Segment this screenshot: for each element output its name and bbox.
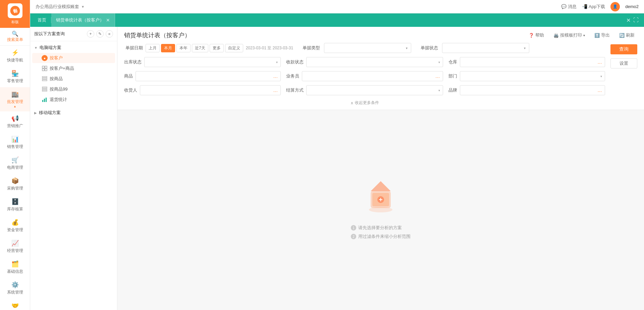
query-btn[interactable]: 查询 bbox=[610, 44, 637, 54]
sidebar-item-shortcut[interactable]: ⚡ 快捷导航 bbox=[0, 46, 30, 66]
refresh-btn[interactable]: 🔄 刷新 bbox=[616, 31, 637, 40]
tab-close-btn[interactable]: ✕ bbox=[106, 17, 110, 23]
tip-num-1: 1 bbox=[351, 225, 356, 230]
scheme-item-by-product[interactable]: 按商品 bbox=[32, 74, 115, 84]
page-title-row: 销货单统计表（按客户） ❓ 帮助 🖨️ 按模板打印 ▾ ⬆️ bbox=[124, 31, 637, 40]
empty-tip-1: 1 请先选择要分析的方案 bbox=[351, 225, 411, 231]
filter-row-4: 收货人 … 结算方式 ▾ bbox=[124, 85, 605, 95]
filter-receipt-status: 收款状态 ▾ bbox=[286, 57, 443, 67]
window-close-btn[interactable]: ✕ bbox=[626, 17, 631, 23]
header-dropdown-btn[interactable]: ▾ bbox=[82, 4, 84, 9]
sidebar-item-ecommerce[interactable]: 🛒 电商管理 bbox=[0, 153, 30, 174]
print-btn[interactable]: 🖨️ 按模板打印 ▾ bbox=[551, 31, 588, 40]
collapse-arrow-icon: ∧ bbox=[351, 101, 354, 105]
sidebar-item-enterprise[interactable]: 🤝 企业协同 bbox=[0, 299, 30, 310]
date-this-month-btn[interactable]: 本月 bbox=[161, 44, 175, 52]
filter-row-3: 商品 … 业务员 … bbox=[124, 71, 605, 81]
scheme-group-pc-header[interactable]: ▼ 电脑端方案 bbox=[30, 43, 117, 53]
scheme-item-by-customer[interactable]: ● 按客户 bbox=[32, 53, 115, 63]
wholesale-icon: 🏬 bbox=[11, 91, 19, 98]
doc-status-select[interactable]: ▾ bbox=[442, 43, 529, 53]
date-custom-btn[interactable]: 自定义 bbox=[225, 44, 243, 52]
sidebar-item-sales[interactable]: 📊 销售管理 bbox=[0, 132, 30, 153]
sidebar-item-wholesale[interactable]: 🏬 批发管理 ▲ bbox=[0, 87, 30, 111]
svg-rect-4 bbox=[42, 69, 44, 71]
mobile-group-arrow: ▶ bbox=[34, 111, 37, 115]
sidebar-item-marketing[interactable]: 📢 营销推广 bbox=[0, 111, 30, 132]
collapse-filter-btn[interactable]: ∧ 收起更多条件 bbox=[124, 98, 605, 110]
date-last-7days-btn[interactable]: 近7天 bbox=[192, 44, 208, 52]
department-select[interactable]: ▾ bbox=[460, 71, 605, 81]
tab-sales-stat[interactable]: 销货单统计表（按客户） ✕ bbox=[51, 13, 115, 27]
scheme-item-by-product-99[interactable]: 按商品99 bbox=[32, 84, 115, 94]
receipt-status-select[interactable]: ▾ bbox=[306, 57, 443, 67]
edit-scheme-btn[interactable]: ✎ bbox=[96, 30, 104, 38]
sidebar-item-inventory[interactable]: 🗄️ 库存核算 bbox=[0, 195, 30, 215]
scheme-icon-by-product-99 bbox=[42, 86, 48, 92]
refresh-icon: 🔄 bbox=[619, 33, 625, 38]
payment-select[interactable]: ▾ bbox=[306, 85, 443, 95]
page-header: 销货单统计表（按客户） ❓ 帮助 🖨️ 按模板打印 ▾ ⬆️ bbox=[117, 27, 644, 110]
warehouse-ellipsis-icon: … bbox=[597, 59, 602, 65]
content: 按以下方案查询 + ✎ « ▼ 电脑端方案 ● 按客户 bbox=[30, 27, 644, 310]
search-menu-btn[interactable]: 🔍 搜索菜单 bbox=[0, 28, 30, 46]
scheme-icon-by-customer: ● bbox=[42, 55, 48, 61]
collapse-panel-btn[interactable]: « bbox=[106, 30, 113, 38]
top-header: 办公用品行业模拟账套 ▾ 💬 消息 📲 App下载 👤 demo2 bbox=[30, 0, 644, 13]
sidebar-nav: 🏪 零售管理 🏬 批发管理 ▲ 📢 营销推广 📊 销售管理 🛒 电商管理 📦 采… bbox=[0, 66, 30, 310]
messages-btn[interactable]: 💬 消息 bbox=[561, 4, 577, 10]
filter-warehouse: 仓库 … bbox=[448, 57, 605, 67]
query-actions: 查询 设置 bbox=[610, 43, 637, 68]
print-icon: 🖨️ bbox=[553, 33, 559, 38]
scheme-group-mobile: ▶ 移动端方案 bbox=[30, 106, 117, 119]
out-status-select[interactable]: ▾ bbox=[144, 57, 281, 67]
empty-state: 1 请先选择要分析的方案 2 用过滤条件来缩小分析范围 bbox=[117, 110, 644, 310]
help-btn[interactable]: ❓ 帮助 bbox=[526, 31, 547, 40]
sidebar-logo[interactable]: 畅 标版 bbox=[0, 0, 30, 28]
consignee-ellipsis-icon: … bbox=[273, 88, 278, 93]
sidebar-item-purchase[interactable]: 📦 采购管理 bbox=[0, 174, 30, 195]
department-arrow-icon: ▾ bbox=[600, 74, 602, 78]
brand-select[interactable]: … bbox=[460, 85, 605, 95]
date-last-month-btn[interactable]: 上月 bbox=[146, 44, 160, 52]
svg-rect-10 bbox=[42, 89, 47, 90]
user-avatar[interactable]: 👤 bbox=[610, 2, 620, 11]
department-label: 部门 bbox=[448, 73, 457, 79]
product-select[interactable]: … bbox=[136, 71, 281, 81]
sidebar: 畅 标版 🔍 搜索菜单 ⚡ 快捷导航 🏪 零售管理 🏬 批发管理 ▲ 📢 营销推… bbox=[0, 0, 30, 310]
svg-rect-7 bbox=[42, 78, 47, 79]
warehouse-select[interactable]: … bbox=[460, 57, 605, 67]
scheme-item-return-stat[interactable]: 退货统计 bbox=[32, 95, 115, 105]
sidebar-item-basic[interactable]: 🗂️ 基础信息 bbox=[0, 257, 30, 278]
sidebar-item-system[interactable]: ⚙️ 系统管理 bbox=[0, 278, 30, 299]
sidebar-item-finance[interactable]: 💰 资金管理 bbox=[0, 215, 30, 236]
salesperson-select[interactable]: … bbox=[302, 71, 443, 81]
filter-department: 部门 ▾ bbox=[448, 71, 605, 81]
add-scheme-btn[interactable]: + bbox=[87, 30, 94, 38]
filter-row-2: 出库状态 ▾ 收款状态 ▾ bbox=[124, 57, 605, 67]
page-actions: ❓ 帮助 🖨️ 按模板打印 ▾ ⬆️ 导出 � bbox=[526, 31, 637, 40]
doc-type-select[interactable]: ▾ bbox=[324, 43, 411, 53]
payment-label: 结算方式 bbox=[286, 87, 304, 93]
date-this-year-btn[interactable]: 本年 bbox=[176, 44, 191, 52]
sidebar-item-retail[interactable]: 🏪 零售管理 bbox=[0, 66, 30, 87]
consignee-select[interactable]: … bbox=[140, 85, 281, 95]
sidebar-item-operation[interactable]: 📈 经营管理 bbox=[0, 236, 30, 257]
out-status-label: 出库状态 bbox=[124, 59, 142, 65]
main-area: 办公用品行业模拟账套 ▾ 💬 消息 📲 App下载 👤 demo2 首页 销货单… bbox=[30, 0, 644, 310]
doc-status-arrow-icon: ▾ bbox=[524, 46, 526, 50]
date-more-btn[interactable]: 更多 bbox=[210, 44, 224, 52]
shortcut-icon: ⚡ bbox=[11, 49, 19, 56]
brand-ellipsis-icon: … bbox=[597, 88, 602, 93]
logo-icon: 畅 bbox=[8, 3, 22, 18]
tab-home[interactable]: 首页 bbox=[33, 17, 51, 23]
scheme-icon-customer-product bbox=[42, 65, 48, 71]
scheme-item-by-customer-product[interactable]: 按客户+商品 bbox=[32, 63, 115, 73]
window-maximize-btn[interactable]: ⛶ bbox=[633, 17, 639, 23]
filter-salesperson: 业务员 … bbox=[286, 71, 443, 81]
settings-btn[interactable]: 设置 bbox=[610, 58, 637, 68]
app-download-btn[interactable]: 📲 App下载 bbox=[582, 4, 605, 10]
scheme-group-mobile-header[interactable]: ▶ 移动端方案 bbox=[30, 108, 117, 118]
left-panel-actions: + ✎ « bbox=[87, 30, 113, 38]
export-btn[interactable]: ⬆️ 导出 bbox=[592, 31, 612, 40]
